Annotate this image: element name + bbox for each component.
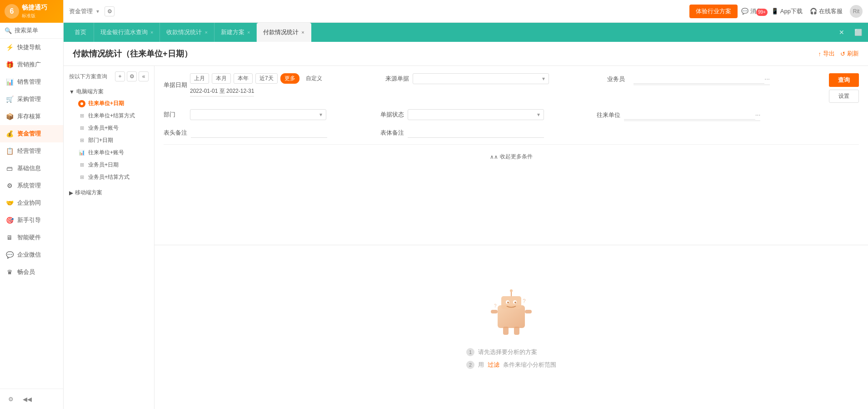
tab-home[interactable]: 首页 [67,23,94,42]
scheme-item-label: 业务员+账号 [88,124,119,132]
online-service-btn[interactable]: 🎧 在线客服 [810,7,843,15]
sidebar: 6 畅捷通巧 标准版 🔍 搜索菜单 ⚡ 快捷导航 🎁 营销推广 📊 销售管理 [0,0,64,409]
sidebar-item-enterprise[interactable]: 🤝 企业协同 [0,194,63,212]
scheme-list-desktop: 往来单位+日期 ⊞ 往来单位+结算方式 ⊞ 业务员+账号 ⊞ [69,97,149,183]
sidebar-item-system[interactable]: ⚙ 系统管理 [0,177,63,194]
hint-text-2-pre: 用 [478,361,484,369]
main-area: 资金管理 ▾ ⚙ 体验行业方案 💬 消息 99+ 📱 App下载 [64,0,868,409]
settings-footer-btn[interactable]: ⚙ [5,393,17,405]
app-download-btn[interactable]: 📱 App下载 [771,7,803,15]
table-body-input[interactable] [408,127,544,138]
hint-num-1: 1 [466,348,474,356]
dept-select[interactable]: ▾ [190,109,326,120]
scheme-collapse-btn[interactable]: « [139,71,149,81]
scheme-section-mobile-title[interactable]: ▶ 移动端方案 [69,187,149,198]
sidebar-item-purchase[interactable]: 🛒 采购管理 [0,91,63,108]
empty-area: ? ? 1 请先选择要分析的方案 2 用 [155,245,868,409]
date-btn-last-month[interactable]: 上月 [190,73,209,84]
scheme-section-desktop-title[interactable]: ▼ 电脑端方案 [69,86,149,97]
tab-bank-flow[interactable]: 现金银行流水查询 × [94,23,160,42]
scheme-item-salesman-date[interactable]: ⊞ 业务员+日期 [76,159,149,171]
tab-bar: 首页 现金银行流水查询 × 收款情况统计 × 新建方案 × 付款情况统计 × ✕… [64,23,868,42]
scheme-item-counterpart-date[interactable]: 往来单位+日期 [76,97,149,110]
filter-row-3: 表头备注 表体备注 [164,127,859,138]
collapse-row: ∧∧ 收起更多条件 [164,144,859,165]
sidebar-item-wechat[interactable]: 💬 企业微信 [0,246,63,263]
trial-btn[interactable]: 体验行业方案 [689,5,738,18]
sidebar-item-label: 基础信息 [17,164,41,172]
filter-row-1: 单据日期 上月 本月 本年 近7天 更多 自定义 2022-01-01 [164,73,859,103]
filter-settings-btn[interactable]: 设置 [829,90,859,103]
avatar[interactable]: Rit [850,5,863,18]
member-icon: ♛ [5,268,14,276]
table-head-input[interactable] [191,127,327,138]
tab-receipt-stats-close[interactable]: × [205,30,207,35]
sidebar-item-quick-nav[interactable]: ⚡ 快捷导航 [0,39,63,56]
counterpart-input[interactable] [624,109,755,120]
sidebar-item-hardware[interactable]: 🖥 智能硬件 [0,229,63,246]
message-icon: 💬 [741,8,748,15]
counterpart-dots[interactable]: ··· [755,111,761,118]
tab-new-scheme-close[interactable]: × [247,30,250,35]
date-btn-this-year[interactable]: 本年 [234,73,253,84]
filter-table-body-item: 表体备注 [380,127,588,138]
scheme-item-salesman-settlement[interactable]: ⊞ 业务员+结算方式 [76,171,149,183]
search-menu[interactable]: 🔍 搜索菜单 [0,23,63,39]
tab-bank-flow-close[interactable]: × [150,30,153,35]
sidebar-item-operation[interactable]: 📋 经营管理 [0,142,63,160]
tab-payment-stats[interactable]: 付款情况统计 × [257,23,311,42]
hint-text-1: 请先选择要分析的方案 [478,348,537,356]
sidebar-item-guide[interactable]: 🎯 新手引导 [0,212,63,229]
dept-label: 部门 [164,111,186,119]
export-btn[interactable]: ↑ 导出 [818,50,835,58]
tab-payment-stats-close[interactable]: × [301,30,304,35]
scheme-panel-tools: + ⚙ « [115,71,149,81]
breadcrumb-dropdown[interactable]: ▾ [96,8,99,15]
right-panel: 单据日期 上月 本月 本年 近7天 更多 自定义 2022-01-01 [155,66,868,409]
doc-status-select[interactable]: ▾ [408,109,544,120]
scheme-settings-btn[interactable]: ⚙ [127,71,137,81]
online-service-label: 在线客服 [819,7,843,15]
sidebar-item-label: 快捷导航 [17,43,41,51]
message-badge: 99+ [756,9,768,16]
empty-hint-1: 1 请先选择要分析的方案 [466,348,556,356]
close-tab-btn[interactable]: ✕ [835,26,848,39]
messages-btn[interactable]: 💬 消息 99+ [741,7,764,15]
tab-new-scheme[interactable]: 新建方案 × [215,23,257,42]
salesman-dots[interactable]: ··· [764,75,770,82]
date-btn-7days[interactable]: 近7天 [255,73,278,84]
inventory-icon: 📦 [5,112,14,121]
sidebar-item-marketing[interactable]: 🎁 营销推广 [0,56,63,73]
date-btn-more[interactable]: 更多 [280,73,299,84]
scheme-item-salesman-account[interactable]: ⊞ 业务员+账号 [76,122,149,134]
top-settings-btn[interactable]: ⚙ [105,6,115,16]
sidebar-item-sales[interactable]: 📊 销售管理 [0,73,63,91]
scheme-item-counterpart-account[interactable]: 📊 往来单位+账号 [76,146,149,159]
export-label: 导出 [823,50,835,58]
query-btn[interactable]: 查询 [829,73,859,87]
scheme-item-counterpart-settlement[interactable]: ⊞ 往来单位+结算方式 [76,110,149,122]
tab-receipt-stats[interactable]: 收款情况统计 × [160,23,214,42]
sidebar-item-inventory[interactable]: 📦 库存核算 [0,108,63,125]
top-bar-right: 💬 消息 99+ 📱 App下载 🎧 在线客服 Rit [741,5,863,18]
maximize-btn[interactable]: ⬜ [852,26,864,39]
scheme-panel-title: 按以下方案查询 [69,73,107,81]
scheme-add-btn[interactable]: + [115,71,125,81]
table-icon: ⊞ [78,112,85,120]
sidebar-item-capital[interactable]: 💰 资金管理 [0,125,63,142]
sidebar-item-member[interactable]: ♛ 畅会员 [0,263,63,281]
scheme-section-desktop: ▼ 电脑端方案 往来单位+日期 ⊞ 往来单位+结算方式 [69,86,149,183]
sidebar-item-basic-info[interactable]: 🗃 基础信息 [0,160,63,177]
section-label: 电脑端方案 [76,88,104,96]
scheme-item-label: 业务员+结算方式 [88,173,130,181]
active-dot-icon [78,100,85,107]
refresh-btn[interactable]: ↺ 刷新 [840,50,859,58]
collapse-sidebar-btn[interactable]: ◀◀ [21,393,34,405]
scheme-item-label: 往来单位+日期 [88,100,124,107]
scheme-item-dept-date[interactable]: ⊞ 部门+日期 [76,134,149,146]
scheme-panel-header: 按以下方案查询 + ⚙ « [69,71,149,81]
date-btn-this-month[interactable]: 本月 [212,73,231,84]
salesman-input[interactable] [634,73,764,84]
collapse-btn[interactable]: ∧∧ 收起更多条件 [485,148,537,165]
source-doc-select[interactable]: ▾ [413,73,549,84]
